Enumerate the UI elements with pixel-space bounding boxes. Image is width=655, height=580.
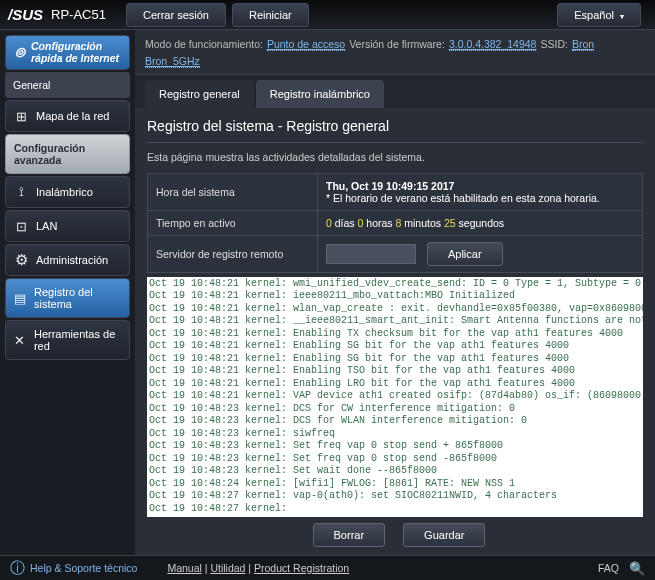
ssid1[interactable]: Bron [572,38,594,51]
utility-link[interactable]: Utilidad [210,562,245,574]
sidebar-item-label: Administración [36,254,108,266]
lan-icon: ⊡ [11,218,31,234]
main: ⊚ Configuración rápida de Internet Gener… [0,30,655,555]
tab-wireless[interactable]: Registro inalámbrico [256,80,384,108]
dst-note: * El horario de verano está habilitado e… [326,192,600,204]
remote-input[interactable] [326,244,416,264]
info-table: Hora del sistema Thu, Oct 19 10:49:15 20… [147,173,643,273]
footer: ⓘ Help & Soporte técnico Manual | Utilid… [0,555,655,580]
sidebar: ⊚ Configuración rápida de Internet Gener… [0,30,135,555]
content: Modo de funcionamiento: Punto de acceso … [135,30,655,555]
help-icon[interactable]: ⓘ [10,559,25,578]
sidebar-item-label: Registro del sistema [34,286,124,310]
sidebar-item-map[interactable]: ⊞ Mapa de la red [5,100,130,132]
sidebar-item-nettools[interactable]: ✕ Herramientas de red [5,320,130,360]
clear-button[interactable]: Borrar [313,523,386,547]
save-button[interactable]: Guardar [403,523,485,547]
sidebar-item-admin[interactable]: ⚙ Administración [5,244,130,276]
systime-label: Hora del sistema [148,174,318,211]
sidebar-item-wireless[interactable]: ⟟ Inalámbrico [5,176,130,208]
page-subtitle: Esta página muestra las actividades deta… [147,151,643,163]
logo: /SUS [8,6,43,23]
uptime-label: Tiempo en activo [148,211,318,236]
language-select[interactable]: Español [557,3,641,27]
sidebar-header-general: General [5,72,130,98]
apply-button[interactable]: Aplicar [427,242,503,266]
faq-link[interactable]: FAQ [598,562,619,574]
wifi-icon: ⟟ [11,184,31,200]
mode-value[interactable]: Punto de acceso [267,38,345,51]
map-icon: ⊞ [11,108,31,124]
logout-button[interactable]: Cerrar sesión [126,3,226,27]
sidebar-item-label: LAN [36,220,57,232]
globe-icon: ⊚ [14,45,26,61]
firmware-label: Versión de firmware: [349,38,445,51]
gear-icon: ⚙ [11,252,31,268]
registration-link[interactable]: Product Registration [254,562,349,574]
sidebar-item-label: Inalámbrico [36,186,93,198]
model: RP-AC51 [51,7,106,22]
manual-link[interactable]: Manual [167,562,201,574]
remote-label: Servidor de registro remoto [148,236,318,273]
sidebar-header-advanced: Configuración avanzada [5,134,130,174]
sidebar-item-lan[interactable]: ⊡ LAN [5,210,130,242]
sidebar-item-syslog[interactable]: ▤ Registro del sistema [5,278,130,318]
help-text[interactable]: Help & Soporte técnico [30,563,137,574]
systime-value: Thu, Oct 19 10:49:15 2017 [326,180,454,192]
sidebar-item-label: Configuración rápida de Internet [31,41,124,64]
tab-general[interactable]: Registro general [145,80,254,108]
uptime-value: 0 días 0 horas 8 minutos 25 segundos [318,211,643,236]
log-icon: ▤ [11,290,29,306]
mode-label: Modo de funcionamiento: [145,38,263,51]
ssid2[interactable]: Bron_5GHz [145,55,200,68]
tabs: Registro general Registro inalámbrico [135,75,655,108]
sidebar-item-qis[interactable]: ⊚ Configuración rápida de Internet [5,35,130,70]
log-textarea[interactable]: Oct 19 10:48:20 kernel: wlan_vap_create … [147,277,643,517]
reboot-button[interactable]: Reiniciar [232,3,309,27]
firmware-value[interactable]: 3.0.0.4.382_14948 [449,38,537,51]
tools-icon: ✕ [11,332,29,348]
mode-bar: Modo de funcionamiento: Punto de acceso … [135,30,655,75]
sidebar-item-label: Mapa de la red [36,110,109,122]
sidebar-item-label: Herramientas de red [34,328,124,352]
page-title: Registro del sistema - Registro general [147,118,643,143]
search-icon[interactable]: 🔍 [629,561,645,576]
footer-links: Manual | Utilidad | Product Registration [167,562,349,574]
ssid-label: SSID: [540,38,567,51]
topbar: /SUS RP-AC51 Cerrar sesión Reiniciar Esp… [0,0,655,30]
